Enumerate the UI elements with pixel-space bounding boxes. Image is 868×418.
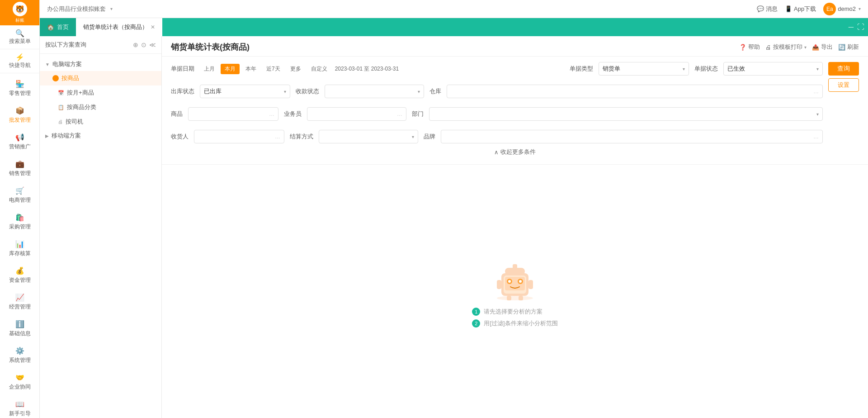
refresh-btn[interactable]: 🔄 刷新 (838, 43, 859, 51)
sidebar-item-operations[interactable]: 📈 经营管理 (0, 289, 39, 315)
product-label: 商品 (171, 110, 183, 118)
message-icon: 💬 (757, 5, 764, 12)
doc-status-select[interactable]: 已生效 ▾ (723, 62, 823, 76)
settlement-select[interactable]: ▾ (319, 130, 418, 143)
warehouse-arrow: ▾ (284, 89, 286, 94)
home-icon: 🏠 (47, 24, 54, 31)
filter-area: 单据日期 上月 本月 本年 (162, 57, 868, 165)
tree-item-by-product[interactable]: 按商品 (40, 71, 161, 86)
sidebar-item-inventory[interactable]: 📊 库存核算 (0, 235, 39, 262)
minimize-icon[interactable]: ─ (849, 23, 854, 31)
settlement-arrow: ▾ (412, 134, 414, 139)
settings-scheme-icon[interactable]: ⊙ (141, 41, 146, 48)
date-7days[interactable]: 近7天 (262, 64, 284, 74)
add-scheme-icon[interactable]: ⊕ (133, 41, 138, 48)
print-template-btn[interactable]: 🖨 按模板打印 ▾ (765, 43, 807, 51)
inventory-icon: 📊 (15, 240, 24, 248)
sidebar-item-retail[interactable]: 🏪 零售管理 (0, 75, 39, 102)
salesperson-label: 业务员 (284, 110, 302, 118)
doc-type-label: 单据类型 (570, 65, 593, 73)
date-last-month[interactable]: 上月 (200, 64, 219, 74)
tree-group-desktop[interactable]: ▼ 电脑端方案 (40, 57, 161, 71)
basic-icon: ℹ️ (15, 320, 24, 328)
tree-item-month-product[interactable]: 📅 按月+商品 (40, 86, 161, 100)
tab-close-icon[interactable]: ✕ (151, 24, 155, 30)
storage-select[interactable]: … (447, 85, 823, 98)
search-menu[interactable]: 🔍 搜索菜单 (0, 25, 39, 49)
sidebar-item-system[interactable]: ⚙️ 系统管理 (0, 342, 39, 369)
guide-icon: 📖 (15, 400, 24, 408)
help-icon: ❓ (739, 44, 746, 51)
collection-select[interactable]: ▾ (325, 85, 424, 98)
tab-home[interactable]: 🏠 首页 (40, 18, 76, 36)
active-scheme-icon (52, 75, 59, 81)
warehouse-select[interactable]: 已出库 ▾ (200, 85, 290, 98)
tree-section: ▼ 电脑端方案 按商品 📅 按月+商品 📋 按商品分类 🖨 按司机 (40, 54, 161, 146)
workspace-selector[interactable]: 办公用品行业模拟账套 ▾ (47, 5, 113, 13)
product-select[interactable]: … (188, 107, 278, 121)
empty-illustration (488, 255, 542, 300)
date-label: 单据日期 (171, 65, 194, 73)
empty-tip-1: 1 请先选择要分析的方案 (472, 308, 557, 316)
left-panel-header: 按以下方案查询 ⊕ ⊙ ≪ (40, 36, 161, 54)
marketing-icon: 📢 (15, 133, 24, 142)
empty-tip-2: 2 用[过滤]条件来缩小分析范围 (472, 319, 557, 328)
salesperson-select[interactable]: … (307, 107, 406, 121)
receiver-select[interactable]: … (194, 130, 284, 143)
date-custom[interactable]: 自定义 (307, 64, 331, 74)
query-btn[interactable]: 查询 (828, 62, 859, 76)
sidebar-item-finance[interactable]: 💰 资金管理 (0, 262, 39, 289)
settings-btn[interactable]: 设置 (828, 78, 859, 92)
refresh-icon: 🔄 (838, 44, 845, 51)
brand-select[interactable]: … (441, 130, 823, 143)
page-title: 销货单统计表(按商品) (171, 42, 250, 52)
app-download-btn[interactable]: 📱 App下载 (785, 5, 816, 13)
logo-text: 标账 (15, 17, 24, 24)
sidebar-item-guide[interactable]: 📖 新手引导 (0, 395, 39, 418)
date-this-year[interactable]: 本年 (241, 64, 260, 74)
app-logo[interactable]: 🐯 标账 (0, 0, 40, 25)
svg-point-0 (497, 296, 533, 300)
department-select[interactable]: ▾ (429, 107, 823, 121)
tree-group-mobile[interactable]: ▶ 移动端方案 (40, 129, 161, 142)
tip-num-2: 2 (472, 319, 480, 328)
left-panel: 按以下方案查询 ⊕ ⊙ ≪ ▼ 电脑端方案 按商品 📅 (40, 36, 162, 418)
tab-bar: 🏠 首页 销货单统计表（按商品） ✕ ─ ⛶ (40, 18, 868, 36)
storage-dots: … (813, 88, 819, 95)
svg-point-7 (519, 280, 522, 283)
collapse-panel-icon[interactable]: ≪ (149, 41, 156, 48)
date-more[interactable]: 更多 (286, 64, 305, 74)
tree-item-by-printer[interactable]: 🖨 按司机 (40, 114, 161, 129)
quick-nav[interactable]: ⚡ 快捷导航 (0, 49, 39, 73)
sidebar-item-basic[interactable]: ℹ️ 基础信息 (0, 315, 39, 342)
date-this-month[interactable]: 本月 (221, 64, 240, 74)
sidebar-item-purchase[interactable]: 🛍️ 采购管理 (0, 209, 39, 235)
sidebar-item-wholesale[interactable]: 📦 批发管理 (0, 102, 39, 128)
help-btn[interactable]: ❓ 帮助 (739, 43, 760, 51)
tip-num-1: 1 (472, 308, 480, 316)
filter-row-2: 出库状态 已出库 ▾ 收款状态 ▾ 仓库 (171, 85, 823, 98)
sidebar-item-sales[interactable]: 💼 销售管理 (0, 155, 39, 182)
doc-type-select[interactable]: 销货单 ▾ (599, 62, 689, 76)
expand-desktop-icon: ▼ (45, 62, 50, 67)
print-dropdown-icon: ▾ (804, 45, 807, 50)
salesperson-dots: … (397, 111, 402, 117)
sidebar-item-marketing[interactable]: 📢 营销推广 (0, 128, 39, 155)
operations-icon: 📈 (15, 293, 24, 302)
maximize-icon[interactable]: ⛶ (857, 23, 864, 31)
sidebar-item-enterprise[interactable]: 🤝 企业协同 (0, 369, 39, 395)
user-avatar: Ea (823, 3, 836, 15)
left-panel-actions: ⊕ ⊙ ≪ (133, 41, 156, 48)
sidebar-item-ecommerce[interactable]: 🛒 电商管理 (0, 182, 39, 209)
product-category-icon: 📋 (58, 104, 64, 110)
tab-sales-stats[interactable]: 销货单统计表（按商品） ✕ (76, 18, 162, 36)
svg-rect-9 (528, 280, 533, 289)
export-btn[interactable]: 📤 导出 (812, 43, 833, 51)
message-btn[interactable]: 💬 消息 (757, 5, 778, 13)
svg-rect-10 (507, 296, 511, 300)
sales-icon: 💼 (15, 160, 24, 168)
user-profile[interactable]: Ea demo2 ▾ (823, 3, 861, 15)
tree-item-product-category[interactable]: 📋 按商品分类 (40, 100, 161, 114)
collapse-filter-btn[interactable]: ∧ 收起更多条件 (171, 145, 859, 159)
collapse-icon: ∧ (494, 149, 499, 156)
